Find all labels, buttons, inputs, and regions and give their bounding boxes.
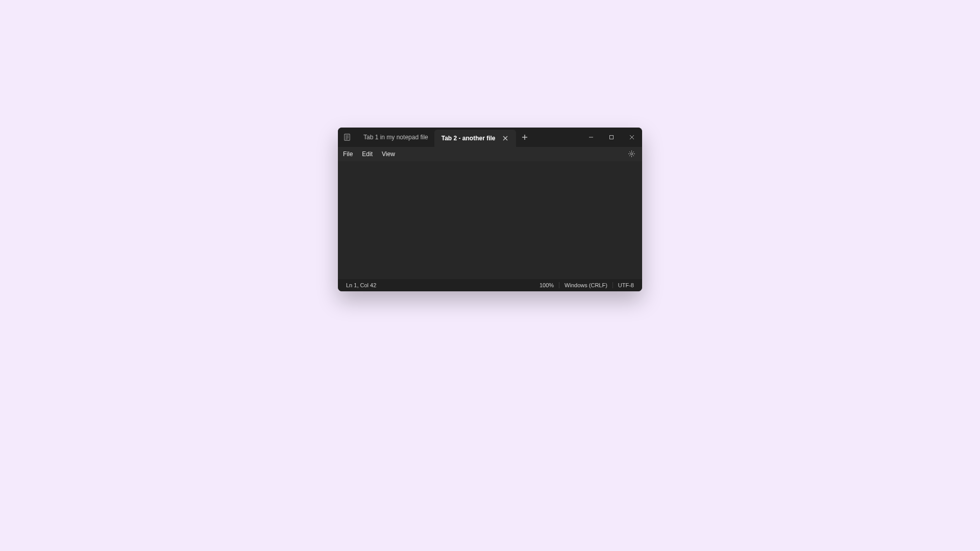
menu-view[interactable]: View [382, 151, 395, 158]
separator [612, 282, 613, 288]
svg-rect-10 [610, 135, 614, 139]
window-controls [581, 128, 642, 147]
close-window-button[interactable] [622, 130, 642, 145]
plus-icon [522, 134, 528, 140]
tab-label: Tab 2 - another file [442, 135, 496, 142]
separator [559, 282, 559, 288]
app-icon [338, 128, 356, 147]
status-bar: Ln 1, Col 42 100% Windows (CRLF) UTF-8 [338, 279, 642, 291]
text-editor[interactable] [338, 161, 642, 279]
status-encoding[interactable]: UTF-8 [618, 282, 634, 288]
minimize-icon [589, 135, 594, 140]
svg-point-13 [630, 153, 632, 155]
menu-bar: File Edit View [338, 147, 642, 161]
tab-strip: Tab 1 in my notepad file Tab 2 - another… [356, 128, 581, 147]
minimize-button[interactable] [581, 130, 601, 145]
maximize-icon [609, 135, 614, 140]
tab-1[interactable]: Tab 1 in my notepad file [356, 128, 434, 147]
menu-edit[interactable]: Edit [362, 151, 373, 158]
title-bar: Tab 1 in my notepad file Tab 2 - another… [338, 128, 642, 147]
maximize-button[interactable] [601, 130, 622, 145]
editor-area [338, 161, 642, 279]
close-tab-button[interactable] [501, 134, 510, 143]
close-icon [629, 135, 634, 140]
gear-icon [628, 150, 635, 158]
status-line-ending[interactable]: Windows (CRLF) [565, 282, 607, 288]
tab-label: Tab 1 in my notepad file [363, 134, 428, 141]
new-tab-button[interactable] [516, 128, 533, 147]
tab-2[interactable]: Tab 2 - another file [434, 130, 516, 147]
settings-button[interactable] [626, 148, 637, 160]
close-icon [503, 136, 508, 141]
status-cursor-position: Ln 1, Col 42 [346, 282, 376, 288]
menu-file[interactable]: File [343, 151, 353, 158]
notepad-icon [344, 134, 351, 141]
status-zoom[interactable]: 100% [540, 282, 554, 288]
notepad-window: Tab 1 in my notepad file Tab 2 - another… [338, 128, 642, 291]
svg-rect-0 [345, 134, 350, 140]
